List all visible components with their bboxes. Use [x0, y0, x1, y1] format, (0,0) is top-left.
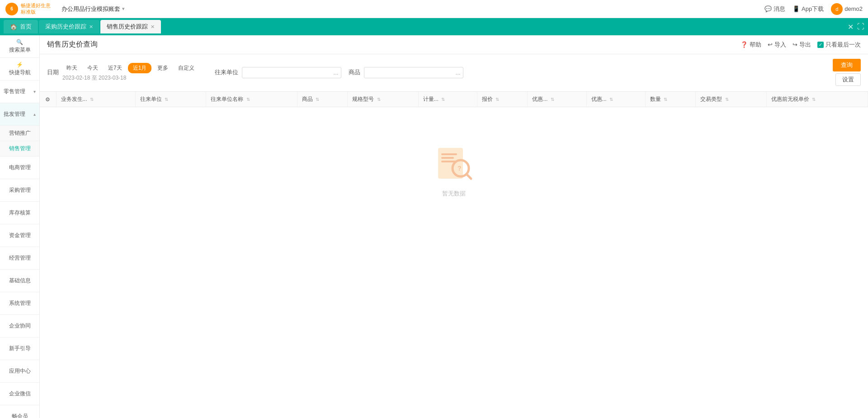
filter-area: 日期 昨天 今天 近7天 近1月 更多 自定义 2023-02-18 至 202…	[40, 54, 868, 92]
counterpart-filter-group: 往来单位 ...	[215, 67, 341, 78]
th-pretax-price[interactable]: 优惠前无税单价 ⇅	[766, 92, 868, 107]
sort-counterpart-name-icon: ⇅	[246, 97, 250, 102]
user-menu[interactable]: d demo2	[831, 3, 863, 15]
page-header: 销售历史价查询 ❓ 帮助 ↩ 导入 ↪ 导出 ✓	[40, 35, 868, 54]
sidebar-item-quick-nav[interactable]: ⚡ 快捷导航	[0, 58, 39, 81]
maximize-window-icon[interactable]: ⛶	[857, 23, 864, 31]
sidebar-item-new-guide[interactable]: 新手引导	[0, 337, 39, 360]
table-body: ? 暂无数据	[40, 107, 868, 234]
th-trade-type[interactable]: 交易类型 ⇅	[696, 92, 767, 107]
sidebar-item-enterprise-collab[interactable]: 企业协同	[0, 315, 39, 337]
message-button[interactable]: 💬 消息	[764, 5, 785, 13]
date-btn-custom[interactable]: 自定义	[174, 63, 198, 73]
sidebar-item-wholesale-mgmt[interactable]: 批发管理 ▴	[0, 103, 39, 126]
query-button[interactable]: 查询	[833, 59, 861, 71]
counterpart-dots-icon[interactable]: ...	[331, 69, 341, 76]
empty-state-icon: ?	[431, 143, 476, 184]
product-input[interactable]	[364, 67, 453, 78]
sort-spec-icon: ⇅	[377, 97, 381, 102]
only-last-checkbox-icon: ✓	[817, 42, 824, 48]
sort-pretax-price-icon: ⇅	[812, 97, 816, 102]
table-header-row: ⚙ 业务发生... ⇅ 往来单位 ⇅ 往来单位名称 ⇅	[40, 92, 868, 107]
th-spec[interactable]: 规格型号 ⇅	[348, 92, 419, 107]
sort-biz-date-icon: ⇅	[90, 97, 94, 102]
sort-discount1-icon: ⇅	[551, 97, 554, 102]
th-quoted-price[interactable]: 报价 ⇅	[477, 92, 528, 107]
app-download-button[interactable]: 📱 App下载	[793, 5, 824, 13]
import-icon: ↩	[768, 41, 773, 48]
svg-rect-2	[441, 157, 454, 159]
tab-sales-close-icon[interactable]: ✕	[151, 24, 155, 30]
th-biz-date[interactable]: 业务发生... ⇅	[56, 92, 135, 107]
date-btn-1month[interactable]: 近1月	[128, 63, 152, 73]
page-title: 销售历史价查询	[47, 40, 98, 49]
close-window-icon[interactable]: ✕	[848, 23, 854, 31]
sidebar-item-app-center[interactable]: 应用中心	[0, 360, 39, 383]
th-counterpart-name[interactable]: 往来单位名称 ⇅	[206, 92, 297, 107]
sort-discount2-icon: ⇅	[609, 97, 613, 102]
tab-home[interactable]: 🏠 首页	[4, 20, 38, 33]
sort-product-icon: ⇅	[316, 97, 319, 102]
sidebar-item-enterprise-wechat[interactable]: 企业微信	[0, 383, 39, 405]
sidebar-item-operations-mgmt[interactable]: 经营管理	[0, 247, 39, 270]
th-settings[interactable]: ⚙	[40, 92, 56, 107]
settings-button[interactable]: 设置	[835, 73, 861, 86]
svg-line-5	[467, 174, 471, 179]
sidebar-item-marketing[interactable]: 营销推广	[0, 126, 39, 141]
avatar: d	[831, 3, 843, 15]
tab-purchase-close-icon[interactable]: ✕	[89, 24, 93, 30]
import-button[interactable]: ↩ 导入	[768, 41, 786, 49]
product-filter-group: 商品 ...	[349, 67, 463, 78]
sidebar-item-retail-mgmt[interactable]: 零售管理 ▾	[0, 81, 39, 103]
date-btn-more[interactable]: 更多	[153, 63, 172, 73]
sidebar-item-member[interactable]: 畅会员	[0, 405, 39, 418]
quick-nav-icon: ⚡	[16, 62, 23, 68]
retail-mgmt-arrow-icon: ▾	[33, 89, 36, 94]
content-area: 销售历史价查询 ❓ 帮助 ↩ 导入 ↪ 导出 ✓	[40, 35, 868, 418]
th-quantity[interactable]: 数量 ⇅	[645, 92, 695, 107]
dropdown-arrow-icon: ▾	[122, 6, 125, 12]
sidebar-item-purchase-mgmt[interactable]: 采购管理	[0, 179, 39, 202]
help-button[interactable]: ❓ 帮助	[741, 41, 761, 49]
message-icon: 💬	[764, 5, 772, 12]
help-icon: ❓	[741, 41, 748, 48]
tab-purchase-history[interactable]: 采购历史价跟踪 ✕	[39, 20, 99, 33]
table-settings-icon[interactable]: ⚙	[45, 96, 50, 103]
date-btn-7days[interactable]: 近7天	[104, 63, 126, 73]
date-label: 日期	[47, 68, 59, 76]
app-selector[interactable]: 办公用品行业模拟账套 ▾	[61, 5, 125, 13]
main-layout: 🔍 搜索菜单 ⚡ 快捷导航 零售管理 ▾ 批发管理 ▴ 营销推广 销售管理 电商…	[0, 35, 868, 418]
sort-quoted-price-icon: ⇅	[495, 97, 499, 102]
only-last-checkbox-label[interactable]: ✓ 只看最后一次	[817, 41, 861, 49]
page-title-row: 销售历史价查询 ❓ 帮助 ↩ 导入 ↪ 导出 ✓	[47, 40, 861, 49]
export-button[interactable]: ↪ 导出	[793, 41, 811, 49]
date-range-text: 2023-02-18 至 2023-03-18	[62, 74, 198, 82]
counterpart-input[interactable]	[242, 67, 330, 78]
data-table: ⚙ 业务发生... ⇅ 往来单位 ⇅ 往来单位名称 ⇅	[40, 92, 868, 234]
svg-text:?: ?	[458, 165, 462, 172]
sidebar-item-sales-mgmt[interactable]: 销售管理	[0, 141, 39, 157]
search-menu-icon: 🔍	[16, 39, 23, 45]
sidebar-item-search-menu[interactable]: 🔍 搜索菜单	[0, 35, 39, 58]
page-actions: ❓ 帮助 ↩ 导入 ↪ 导出 ✓ 只看最后一次	[741, 41, 861, 49]
date-btn-today[interactable]: 今天	[83, 63, 102, 73]
empty-state-row: ? 暂无数据	[40, 107, 868, 234]
sort-trade-type-icon: ⇅	[725, 97, 729, 102]
sidebar-item-inventory[interactable]: 库存核算	[0, 202, 39, 224]
th-unit[interactable]: 计量... ⇅	[418, 92, 477, 107]
th-discount1[interactable]: 优惠... ⇅	[528, 92, 586, 107]
home-icon: 🏠	[10, 24, 17, 30]
top-bar: 6 畅捷通好生意 标准版 办公用品行业模拟账套 ▾ 💬 消息 📱 App下载 d…	[0, 0, 868, 18]
th-product[interactable]: 商品 ⇅	[297, 92, 347, 107]
th-counterpart-code[interactable]: 往来单位 ⇅	[135, 92, 206, 107]
date-btn-yesterday[interactable]: 昨天	[62, 63, 81, 73]
sidebar-item-system-mgmt[interactable]: 系统管理	[0, 292, 39, 315]
th-discount2[interactable]: 优惠... ⇅	[586, 92, 645, 107]
sidebar-item-ecommerce-mgmt[interactable]: 电商管理	[0, 157, 39, 179]
product-dots-icon[interactable]: ...	[453, 69, 463, 76]
svg-rect-0	[438, 148, 463, 179]
sidebar-item-finance-mgmt[interactable]: 资金管理	[0, 224, 39, 247]
svg-rect-3	[441, 161, 456, 162]
tab-sales-history[interactable]: 销售历史价跟踪 ✕	[100, 20, 161, 33]
sidebar-item-basic-info[interactable]: 基础信息	[0, 270, 39, 292]
